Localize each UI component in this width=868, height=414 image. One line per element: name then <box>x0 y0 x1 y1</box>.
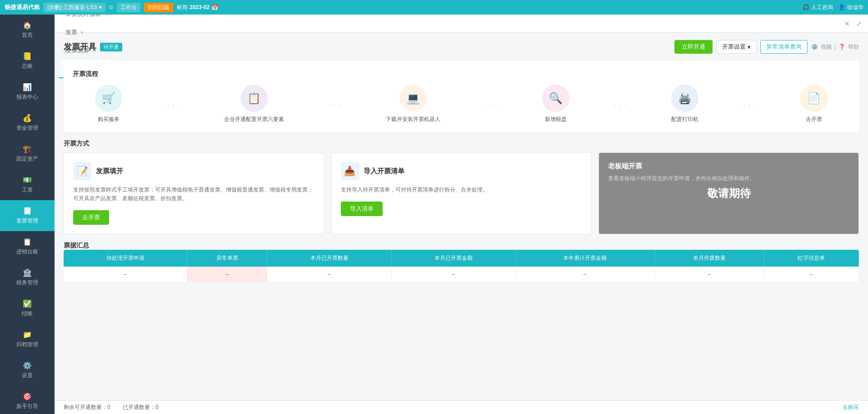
step-icon-2: 💻 <box>399 85 427 112</box>
method-icon-0: 📝 <box>73 162 91 180</box>
copy-icon[interactable]: ⧉ <box>109 4 113 10</box>
bottom-bar: 剩余可开通数量：0 已开通数量：0 去购买 <box>55 400 868 414</box>
step-icon-0: 🛒 <box>95 85 122 112</box>
open-settings-button[interactable]: 开票设置 ▾ <box>716 40 757 54</box>
user-avatar-icon: 👤 <box>838 4 845 10</box>
methods-section: 📝 发票填开 支持按照发票样式手工填开发票；可开具增值税电子普通发票、增值税普通… <box>64 152 859 234</box>
summary-col-header: 本月作废数量 <box>654 250 764 267</box>
methods-section-title: 开票方式 <box>64 140 859 148</box>
close-tab-button[interactable]: ✕ <box>843 19 852 28</box>
calendar-icon: 📅 <box>211 4 218 10</box>
step-label-5: 去开票 <box>806 116 822 123</box>
tab-工资统计报表[interactable]: 工资统计报表× <box>59 15 113 24</box>
sidebar-icon: 📊 <box>23 83 32 91</box>
period-selector[interactable]: 账期 2023-02 📅 <box>177 4 218 11</box>
tab-bar: 首页工资表×工资统计报表×发票×发票测算×发票开具× ✕ ⤢ <box>55 15 868 33</box>
process-step-4: 🖨️ 配置打印机 <box>671 85 698 123</box>
sidebar: 🏠首页📒总账📊报表中心💰资金管理🏗️固定资产💵工资🧾发票管理📋进销台账🏦税务管理… <box>0 15 55 414</box>
step-icon-5: 📄 <box>800 85 828 112</box>
period-value: 2023-02 <box>190 4 210 10</box>
sidebar-icon: 🎯 <box>23 392 32 401</box>
sidebar-icon: 🏠 <box>23 21 32 30</box>
step-icon-3: 🔍 <box>542 85 569 112</box>
purchase-link[interactable]: 去购买 <box>843 404 859 411</box>
method-desc-2: 查看老板端小程序提交的开票申请，并作出相应处理和操作。 <box>608 174 849 183</box>
sidebar-item-资金管理[interactable]: 💰资金管理 <box>0 107 55 138</box>
sidebar-icon: 📋 <box>23 237 32 246</box>
step-arrow: · · · <box>329 100 341 109</box>
user-menu[interactable]: 👤 徐溢华 <box>838 4 863 11</box>
method-header-1: 📥 导入开票清单 <box>341 162 582 180</box>
sidebar-item-总账[interactable]: 📒总账 <box>0 45 55 76</box>
step-label-4: 配置打印机 <box>671 116 698 123</box>
company-name: (勿删) 江西服室-LSS <box>47 4 97 11</box>
sidebar-item-工资[interactable]: 💵工资 <box>0 169 55 200</box>
sidebar-nav: 🏠首页📒总账📊报表中心💰资金管理🏗️固定资产💵工资🧾发票管理📋进销台账🏦税务管理… <box>0 15 55 414</box>
abnormal-query-button[interactable]: 异常清单查询 <box>760 40 808 54</box>
top-bar-right: 🎧 人工咨询 👤 徐溢华 <box>803 4 863 11</box>
method-btn-0[interactable]: 去开票 <box>73 210 109 225</box>
summary-col-header: 本月已开票数量 <box>267 250 391 267</box>
sidebar-icon: 📒 <box>23 52 32 61</box>
step-arrow: · · · <box>485 100 498 109</box>
tab-bar-actions: ✕ ⤢ <box>843 19 863 28</box>
page-title-wrap: 发票开具 待开通 <box>64 41 122 52</box>
summary-cell-4: -- <box>515 267 654 283</box>
switch-old-button[interactable]: 切到旧版 <box>144 3 173 12</box>
sidebar-item-报表中心[interactable]: 📊报表中心 <box>0 76 55 107</box>
sidebar-item-税务管理[interactable]: 🏦税务管理 <box>0 262 55 293</box>
process-step-3: 🔍 新增税盘 <box>542 85 569 123</box>
sidebar-icon: 🧾 <box>23 207 32 215</box>
step-label-0: 购买服务 <box>98 116 120 123</box>
close-tab-icon[interactable]: × <box>104 15 107 17</box>
sidebar-item-新手引导[interactable]: 🎯新手引导 <box>0 386 55 414</box>
method-title-0: 发票填开 <box>96 167 123 176</box>
sidebar-icon: ⚙️ <box>23 361 32 370</box>
summary-cell-1: -- <box>187 267 267 283</box>
sidebar-item-首页[interactable]: 🏠首页 <box>0 15 55 45</box>
sidebar-item-发票管理[interactable]: 🧾发票管理 <box>0 200 55 231</box>
step-label-2: 下载并安装开票机器人 <box>386 116 440 123</box>
app-body: 🏠首页📒总账📊报表中心💰资金管理🏗️固定资产💵工资🧾发票管理📋进销台账🏦税务管理… <box>0 15 868 414</box>
process-section-title: 开票流程 <box>73 70 850 78</box>
chevron-down-icon: ▾ <box>748 44 751 50</box>
sidebar-item-设置[interactable]: ⚙️设置 <box>0 355 55 386</box>
step-arrow: · · · <box>167 100 180 109</box>
summary-col-header: 红字信息单 <box>764 250 858 267</box>
maximize-button[interactable]: ⤢ <box>854 19 863 28</box>
immediate-open-button[interactable]: 立即开通 <box>674 40 713 54</box>
method-header-0: 📝 发票填开 <box>73 162 314 180</box>
workspace-button[interactable]: 工作台 <box>117 3 140 12</box>
step-arrow: · · · <box>614 100 627 109</box>
summary-col-header: 异常单票 <box>187 250 267 267</box>
process-section: 开票流程 🛒 购买服务 · · · 📋 企业开通配置开票六要素 · · · 💻 … <box>64 61 859 132</box>
summary-table: 待处理开票申请异常单票本月已开票数量本月已开票金额本年累计开票金额本月作废数量红… <box>64 250 859 283</box>
summary-col-header: 本年累计开票金额 <box>515 250 654 267</box>
method-btn-1[interactable]: 导入清单 <box>341 202 383 216</box>
sidebar-item-固定资产[interactable]: 🏗️固定资产 <box>0 138 55 169</box>
top-bar: 畅捷通易代账 (勿删) 江西服室-LSS ▾ ⧉ 工作台 切到旧版 账期 202… <box>0 0 868 15</box>
overlay-text-2: 敬请期待 <box>707 186 751 201</box>
page-header-actions: 立即开通 开票设置 ▾ 异常清单查询 ⚙️ 视频 | ❓ 帮助 <box>674 40 859 54</box>
company-selector[interactable]: (勿删) 江西服室-LSS ▾ <box>44 3 105 12</box>
sidebar-item-归档管理[interactable]: 📁归档管理 <box>0 324 55 355</box>
method-card-0: 📝 发票填开 支持按照发票样式手工填开发票；可开具增值税电子普通发票、增值税普通… <box>64 152 324 234</box>
bottom-bar-left: 剩余可开通数量：0 已开通数量：0 <box>64 404 159 411</box>
remaining-count-label: 剩余可开通数量：0 <box>64 404 110 410</box>
summary-cell-0: -- <box>64 267 187 283</box>
summary-cell-3: -- <box>391 267 515 283</box>
sidebar-item-结账[interactable]: ✅结账 <box>0 293 55 324</box>
method-desc-1: 支持导入待开票清单，可对待开票清单进行拆分、合并处理。 <box>341 186 582 194</box>
status-badge: 待开通 <box>100 43 122 51</box>
sidebar-icon: 💰 <box>23 114 32 122</box>
step-icon-1: 📋 <box>240 85 268 112</box>
page-header: 发票开具 待开通 立即开通 开票设置 ▾ 异常清单查询 ⚙️ 视频 | ❓ <box>64 40 859 54</box>
method-icon-1: 📥 <box>341 162 359 180</box>
headset-icon: 🎧 <box>803 4 809 10</box>
sidebar-item-进销台账[interactable]: 📋进销台账 <box>0 231 55 262</box>
process-step-5: 📄 去开票 <box>800 85 828 123</box>
process-step-1: 📋 企业开通配置开票六要素 <box>224 85 284 123</box>
page-content: 发票开具 待开通 立即开通 开票设置 ▾ 异常清单查询 ⚙️ 视频 | ❓ <box>55 33 868 400</box>
sidebar-icon: 📁 <box>23 330 32 339</box>
customer-service-button[interactable]: 🎧 人工咨询 <box>803 4 833 11</box>
